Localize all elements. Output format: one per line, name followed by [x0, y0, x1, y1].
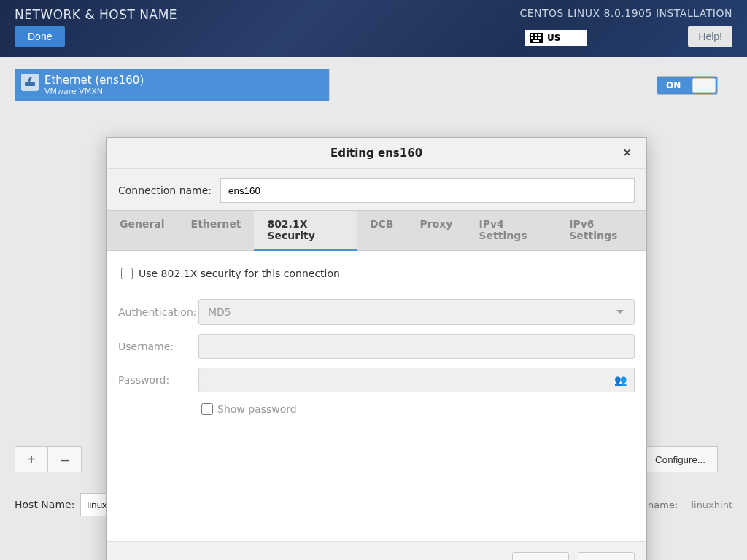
authentication-row: Authentication: MD5: [118, 299, 635, 325]
tab-body-security: Use 802.1X security for this connection …: [107, 251, 646, 542]
interface-toggle[interactable]: ON: [657, 76, 718, 95]
password-label: Password:: [118, 374, 198, 386]
connection-name-input[interactable]: [220, 178, 635, 203]
password-row: Password: 👥: [118, 368, 635, 392]
dialog-title-bar: Editing ens160 ✕: [107, 138, 646, 169]
interface-item-ens160[interactable]: Ethernet (ens160) VMware VMXN: [15, 69, 329, 101]
password-users-icon[interactable]: 👥: [614, 374, 627, 386]
top-banner: NETWORK & HOST NAME CENTOS LINUX 8.0.190…: [0, 0, 747, 57]
toggle-label: ON: [666, 80, 681, 90]
tab-general[interactable]: General: [107, 211, 178, 250]
dialog-title: Editing ens160: [330, 147, 422, 160]
installer-title: CENTOS LINUX 8.0.1905 INSTALLATION: [519, 7, 732, 19]
show-password-row: Show password: [198, 401, 635, 417]
connection-name-label: Connection name:: [118, 184, 212, 196]
authentication-select[interactable]: MD5: [198, 299, 635, 325]
interface-subtitle: VMware VMXN: [44, 87, 322, 96]
tab-proxy[interactable]: Proxy: [406, 211, 465, 250]
authentication-label: Authentication:: [118, 306, 198, 318]
use-8021x-label: Use 802.1X security for this connection: [139, 268, 340, 279]
keyboard-layout-label: US: [547, 33, 560, 43]
configure-button[interactable]: Configure...: [643, 446, 718, 472]
add-interface-button[interactable]: +: [15, 446, 48, 472]
tab-ipv4[interactable]: IPv4 Settings: [465, 211, 556, 250]
done-button[interactable]: Done: [15, 26, 65, 47]
current-hostname-value: linuxhint: [691, 499, 732, 510]
content-area: Ethernet (ens160) VMware VMXN ON + – Con…: [0, 57, 747, 560]
ethernet-icon: [21, 74, 39, 91]
username-input[interactable]: [198, 334, 635, 359]
tab-ethernet[interactable]: Ethernet: [178, 211, 255, 250]
use-8021x-checkbox[interactable]: [121, 268, 133, 279]
tab-dcb[interactable]: DCB: [357, 211, 407, 250]
use-8021x-row: Use 802.1X security for this connection: [118, 265, 635, 281]
dialog-close-button[interactable]: ✕: [618, 145, 636, 160]
interface-title: Ethernet (ens160): [44, 74, 322, 87]
show-password-checkbox[interactable]: [201, 403, 213, 415]
tab-ipv6[interactable]: IPv6 Settings: [556, 211, 646, 250]
connection-name-row: Connection name:: [107, 169, 646, 210]
username-label: Username:: [118, 341, 198, 352]
dialog-actions: Cancel Save: [107, 542, 646, 560]
page-title: NETWORK & HOST NAME: [15, 7, 177, 22]
add-remove-buttons: + –: [15, 446, 82, 472]
keyboard-layout-indicator[interactable]: US: [525, 30, 587, 46]
password-input[interactable]: 👥: [198, 368, 635, 392]
help-button[interactable]: Help!: [688, 26, 732, 47]
remove-interface-button[interactable]: –: [48, 446, 82, 472]
hostname-label: Host Name:: [15, 499, 74, 510]
authentication-value: MD5: [208, 306, 231, 318]
show-password-label: Show password: [217, 403, 297, 415]
edit-connection-dialog: Editing ens160 ✕ Connection name: Genera…: [106, 137, 647, 560]
username-row: Username:: [118, 334, 635, 359]
cancel-button[interactable]: Cancel: [512, 552, 569, 560]
keyboard-icon: [530, 33, 543, 43]
save-button[interactable]: Save: [578, 552, 635, 560]
tab-8021x-security[interactable]: 802.1X Security: [254, 211, 357, 251]
dialog-tabs: General Ethernet 802.1X Security DCB Pro…: [107, 210, 646, 251]
interface-list: Ethernet (ens160) VMware VMXN: [15, 69, 330, 101]
